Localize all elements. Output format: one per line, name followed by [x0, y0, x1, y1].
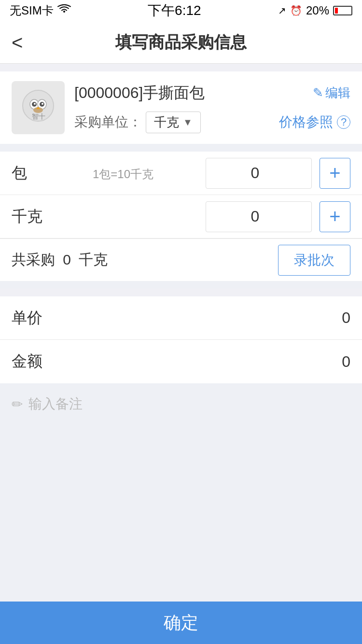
edit-label: 编辑: [325, 84, 350, 101]
kg-row: 千克 +: [0, 195, 362, 238]
package-input-right: +: [153, 158, 350, 189]
unit-select[interactable]: 千克 ▼: [146, 112, 201, 133]
purchase-unit-row: 采购单位： 千克 ▼ 价格参照 ?: [74, 112, 350, 133]
remarks-section[interactable]: ✏ 输入备注: [0, 383, 362, 425]
kg-label: 千克: [12, 206, 89, 227]
divider-1: [0, 144, 362, 152]
price-ref-label: 价格参照: [279, 113, 333, 131]
page-title: 填写商品采购信息: [115, 31, 247, 54]
location-icon: ↗: [278, 5, 286, 16]
package-label: 包: [12, 163, 89, 184]
status-left: 无SIM卡: [10, 3, 71, 18]
nav-bar: < 填写商品采购信息: [0, 21, 362, 64]
svg-point-5: [34, 103, 36, 105]
batch-button[interactable]: 录批次: [278, 245, 350, 276]
input-section: 包 1包=10千克 + 千克 + 共采购 0 千克 录批次: [0, 152, 362, 281]
help-icon: ?: [337, 115, 350, 129]
status-right: ↗ ⏰ 20%: [278, 4, 352, 17]
product-logo: 智十: [21, 89, 55, 127]
package-plus-button[interactable]: +: [320, 158, 350, 189]
unit-value: 千克: [154, 114, 179, 131]
unit-price-value: 0: [342, 309, 350, 327]
price-ref-button[interactable]: 价格参照 ?: [279, 113, 350, 131]
total-text: 共采购 0 千克: [12, 250, 108, 270]
battery-percent: 20%: [306, 4, 329, 17]
kg-plus-button[interactable]: +: [320, 201, 350, 232]
product-image: 智十: [12, 81, 65, 134]
unit-price-label: 单价: [12, 308, 42, 329]
carrier-label: 无SIM卡: [10, 3, 54, 18]
battery-icon: [333, 6, 352, 15]
empty-content-area: [0, 425, 362, 618]
pencil-icon: ✏: [12, 396, 23, 412]
status-bar: 无SIM卡 下午6:12 ↗ ⏰ 20%: [0, 0, 362, 21]
amount-value: 0: [342, 353, 350, 371]
svg-point-6: [42, 103, 43, 105]
package-qty-input[interactable]: [206, 158, 312, 189]
edit-icon: ✎: [313, 85, 323, 100]
svg-text:智十: 智十: [32, 112, 45, 120]
kg-qty-input[interactable]: [206, 201, 312, 232]
amount-label: 金额: [12, 351, 42, 372]
kg-input-right: +: [89, 201, 350, 232]
price-section: 单价 0 金额 0: [0, 296, 362, 383]
unit-label: 采购单位：: [74, 113, 142, 131]
divider-2: [0, 281, 362, 289]
wifi-icon: [57, 4, 71, 17]
total-row: 共采购 0 千克 录批次: [0, 238, 362, 281]
alarm-icon: ⏰: [290, 5, 302, 16]
total-amount: 0: [63, 252, 71, 267]
package-row: 包 1包=10千克 +: [0, 152, 362, 195]
product-info: [0000006]手撕面包 ✎ 编辑 采购单位： 千克 ▼ 价格参照 ?: [74, 83, 350, 133]
total-unit: 千克: [79, 252, 108, 267]
amount-row: 金额 0: [0, 340, 362, 383]
product-name: [0000006]手撕面包: [74, 83, 205, 104]
edit-button[interactable]: ✎ 编辑: [313, 84, 350, 101]
unit-price-row: 单价 0: [0, 296, 362, 340]
product-card: 智十 [0000006]手撕面包 ✎ 编辑 采购单位： 千克 ▼ 价格参照 ?: [0, 71, 362, 144]
package-sublabel: 1包=10千克: [93, 167, 153, 182]
status-time: 下午6:12: [148, 1, 201, 20]
back-button[interactable]: <: [12, 31, 23, 53]
total-label: 共采购: [12, 252, 55, 267]
confirm-button[interactable]: 确定: [0, 602, 362, 644]
remarks-placeholder: 输入备注: [28, 395, 83, 413]
chevron-down-icon: ▼: [183, 117, 193, 128]
product-name-row: [0000006]手撕面包 ✎ 编辑: [74, 83, 350, 104]
